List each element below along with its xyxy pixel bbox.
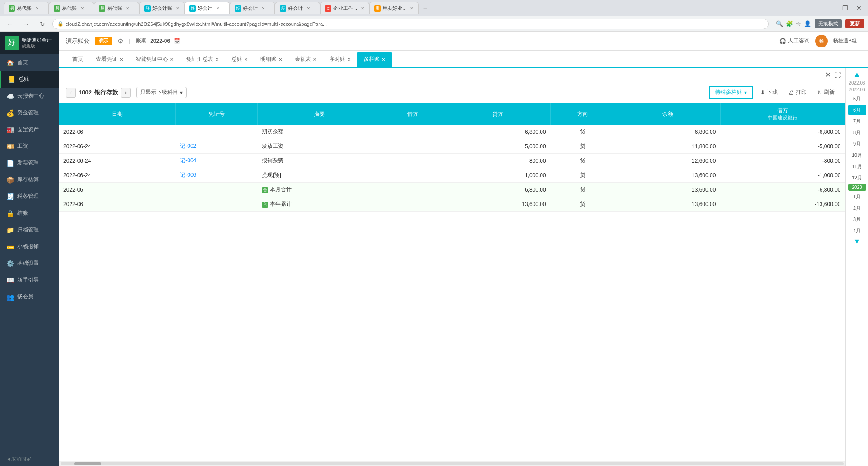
cal-scroll-down[interactable]: ▼ bbox=[854, 237, 861, 245]
browser-tab-5[interactable]: 好 好会计 ✕ bbox=[184, 2, 230, 14]
cal-month-apr[interactable]: 4月 bbox=[848, 226, 866, 236]
sidebar-item-guide[interactable]: 📖 新手引导 bbox=[0, 272, 59, 288]
tab-smart[interactable]: 智能凭证中心 ✕ bbox=[129, 52, 180, 67]
browser-tab-4[interactable]: 好 好会计账 ✕ bbox=[139, 2, 184, 14]
back-btn[interactable]: ← bbox=[4, 18, 16, 30]
sidebar-item-inventory[interactable]: 📦 库存核算 bbox=[0, 171, 59, 188]
browser-tab-9[interactable]: 用 用友好业... ✕ bbox=[369, 2, 419, 14]
sidebar-item-assets[interactable]: 🏭 固定资产 bbox=[0, 121, 59, 138]
sidebar-item-salary[interactable]: 💴 工资 bbox=[0, 138, 59, 155]
tab-close-8[interactable]: ✕ bbox=[361, 6, 364, 11]
tab-general[interactable]: 总账 ✕ bbox=[225, 52, 254, 67]
next-account-btn[interactable]: › bbox=[121, 88, 131, 98]
cal-month-feb[interactable]: 2月 bbox=[848, 203, 866, 213]
cell-voucher[interactable]: 记-004 bbox=[175, 154, 257, 168]
tab-close-5[interactable]: ✕ bbox=[216, 6, 220, 11]
close-panel-btn[interactable]: ✕ bbox=[824, 70, 832, 80]
sidebar-item-home[interactable]: 🏠 首页 bbox=[0, 54, 59, 71]
extension-icon[interactable]: 🧩 bbox=[786, 20, 793, 27]
cell-voucher[interactable] bbox=[175, 125, 257, 139]
cal-month-jun[interactable]: 6月 bbox=[848, 105, 866, 115]
tab-multi[interactable]: 多栏账 ✕ bbox=[357, 52, 392, 67]
horizontal-scrollbar[interactable] bbox=[59, 461, 845, 466]
cal-month-aug[interactable]: 8月 bbox=[848, 127, 866, 138]
cal-month-may[interactable]: 5月 bbox=[848, 94, 866, 104]
sidebar-item-archive[interactable]: 📁 归档管理 bbox=[0, 221, 59, 238]
tab-voucher-close[interactable]: ✕ bbox=[119, 57, 123, 62]
topbar-settings-icon[interactable]: ⚙ bbox=[118, 38, 123, 45]
tab-general-close[interactable]: ✕ bbox=[244, 57, 248, 62]
tab-close-1[interactable]: ✕ bbox=[35, 6, 39, 11]
multi-col-btn[interactable]: 特殊多栏账 ▾ bbox=[709, 86, 753, 99]
consult-btn[interactable]: 🎧 人工咨询 bbox=[779, 37, 810, 45]
restore-btn[interactable]: ❐ bbox=[840, 4, 851, 13]
sidebar-item-expense[interactable]: 💳 小畅报销 bbox=[0, 238, 59, 255]
tab-balance-close[interactable]: ✕ bbox=[313, 57, 316, 62]
tab-detail-close[interactable]: ✕ bbox=[278, 57, 282, 62]
tab-close-7[interactable]: ✕ bbox=[307, 6, 310, 11]
browser-tab-8[interactable]: C 企业工作... ✕ bbox=[320, 2, 369, 14]
cell-voucher[interactable] bbox=[175, 197, 257, 212]
profile-icon[interactable]: 👤 bbox=[804, 20, 811, 27]
cell-voucher[interactable] bbox=[175, 183, 257, 197]
sidebar-item-settings[interactable]: ⚙️ 基础设置 bbox=[0, 255, 59, 272]
cal-month-oct[interactable]: 10月 bbox=[848, 150, 866, 160]
search-icon[interactable]: 🔍 bbox=[776, 20, 783, 27]
refresh-btn[interactable]: ↻ 刷新 bbox=[814, 86, 838, 99]
download-btn[interactable]: ⬇ 下载 bbox=[757, 86, 781, 99]
sidebar-item-invoice[interactable]: 📄 发票管理 bbox=[0, 155, 59, 171]
expand-panel-btn[interactable]: ⛶ bbox=[834, 71, 842, 80]
minimize-btn[interactable]: — bbox=[825, 4, 837, 13]
user-avatar[interactable]: 畅 bbox=[815, 35, 828, 47]
tab-summary-close[interactable]: ✕ bbox=[215, 57, 219, 62]
update-btn[interactable]: 更新 bbox=[845, 19, 864, 28]
sidebar-item-member[interactable]: 👥 畅会员 bbox=[0, 288, 59, 305]
sidebar-item-close[interactable]: 🔒 结账 bbox=[0, 205, 59, 221]
tab-close-3[interactable]: ✕ bbox=[126, 6, 129, 11]
forward-btn[interactable]: → bbox=[20, 18, 33, 30]
sidebar-item-cloud[interactable]: ☁️ 云报表中心 bbox=[0, 88, 59, 104]
tab-close-2[interactable]: ✕ bbox=[80, 6, 84, 11]
cal-month-mar[interactable]: 3月 bbox=[848, 214, 866, 225]
browser-tab-7[interactable]: 好 好会计 ✕ bbox=[275, 2, 320, 14]
tab-sequence-close[interactable]: ✕ bbox=[347, 57, 351, 62]
prev-account-btn[interactable]: ‹ bbox=[66, 88, 76, 98]
cell-voucher[interactable]: 记-002 bbox=[175, 139, 257, 154]
tab-smart-close[interactable]: ✕ bbox=[170, 57, 174, 62]
sidebar-item-tax[interactable]: 🧾 税务管理 bbox=[0, 188, 59, 205]
cal-month-sep[interactable]: 9月 bbox=[848, 139, 866, 149]
sidebar-item-ledger[interactable]: 📒 总账 bbox=[0, 71, 59, 88]
sidebar-item-fund[interactable]: 💰 资金管理 bbox=[0, 104, 59, 121]
sidebar-pin[interactable]: ◄取消固定 bbox=[0, 452, 59, 466]
tab-detail[interactable]: 明细账 ✕ bbox=[254, 52, 288, 67]
scroll-thumb[interactable] bbox=[74, 462, 101, 465]
print-btn[interactable]: 🖨 打印 bbox=[785, 86, 810, 99]
reload-btn[interactable]: ↻ bbox=[36, 18, 49, 30]
calendar-icon[interactable]: 📅 bbox=[174, 38, 180, 44]
tab-home[interactable]: 首页 bbox=[66, 52, 90, 67]
cal-scroll-up[interactable]: ▲ bbox=[854, 71, 861, 79]
address-input[interactable]: 🔒 cloud2.chanjet.com/accounting/uh26t264… bbox=[52, 19, 769, 29]
star-icon[interactable]: ☆ bbox=[796, 20, 801, 27]
tab-close-9[interactable]: ✕ bbox=[410, 6, 414, 11]
tab-multi-close[interactable]: ✕ bbox=[382, 57, 385, 62]
cal-month-nov[interactable]: 11月 bbox=[848, 161, 866, 172]
filter-select[interactable]: 只显示下级科目 ▾ bbox=[136, 87, 187, 98]
cal-month-dec[interactable]: 12月 bbox=[848, 173, 866, 183]
tab-close-4[interactable]: ✕ bbox=[176, 6, 179, 11]
browser-tab-3[interactable]: 易 易代账 ✕ bbox=[94, 2, 139, 14]
browser-tab-6[interactable]: 好 好会计 ✕ bbox=[230, 2, 275, 14]
tab-summary[interactable]: 凭证汇总表 ✕ bbox=[180, 52, 225, 67]
tab-sequence[interactable]: 序时账 ✕ bbox=[323, 52, 357, 67]
cell-voucher[interactable]: 记-006 bbox=[175, 168, 257, 183]
browser-tab-1[interactable]: 易 易代账 ✕ bbox=[4, 2, 49, 14]
tab-close-6[interactable]: ✕ bbox=[261, 6, 265, 11]
tab-voucher[interactable]: 查看凭证 ✕ bbox=[90, 52, 129, 67]
new-tab-btn[interactable]: + bbox=[419, 2, 431, 14]
close-btn[interactable]: ✕ bbox=[854, 4, 864, 13]
stealth-btn[interactable]: 无痕模式 bbox=[815, 19, 842, 28]
browser-tab-2[interactable]: 易 易代账 ✕ bbox=[49, 2, 94, 14]
tab-balance[interactable]: 余额表 ✕ bbox=[288, 52, 323, 67]
cal-month-jul[interactable]: 7月 bbox=[848, 116, 866, 127]
cal-month-jan[interactable]: 1月 bbox=[848, 192, 866, 202]
